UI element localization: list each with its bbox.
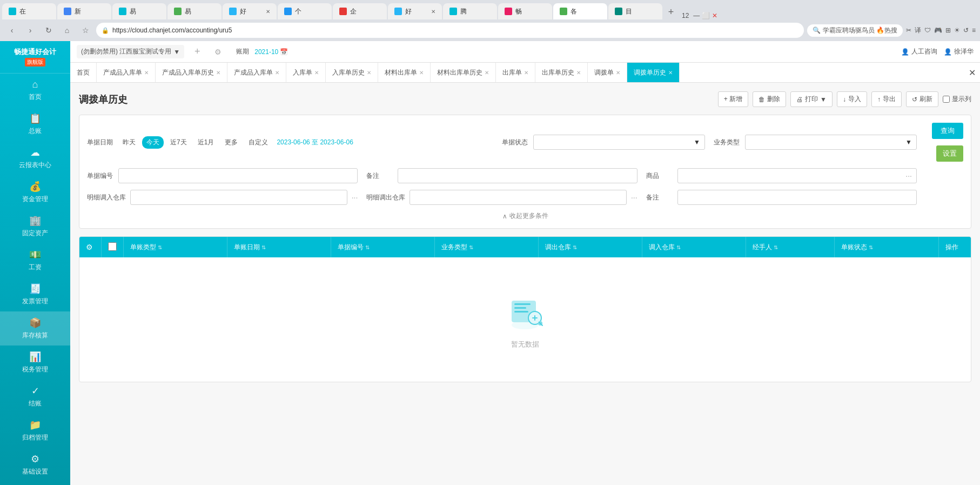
- page-tab-finished-goods-hist[interactable]: 产成品入库单历史 ✕: [156, 63, 227, 82]
- sidebar-item-inventory[interactable]: 📦 库存核算: [0, 311, 70, 346]
- date-btn-more[interactable]: 更多: [220, 136, 242, 149]
- th-status-sort[interactable]: 单账状态 ⇅: [841, 243, 931, 252]
- translate-icon[interactable]: 译: [915, 26, 921, 35]
- page-tab-material-out[interactable]: 材料出库单 ✕: [378, 63, 431, 82]
- filter-remark-input[interactable]: [398, 168, 637, 183]
- page-tab-close-issue[interactable]: ✕: [524, 70, 528, 76]
- th-handler-sort[interactable]: 经手人 ⇅: [753, 243, 828, 252]
- period-value[interactable]: 2021-10 📅: [254, 48, 288, 56]
- detail-in-dots-icon[interactable]: ···: [352, 193, 358, 202]
- company-settings-icon[interactable]: ⚙: [210, 44, 225, 59]
- th-type-sort[interactable]: 单账类型 ⇅: [130, 243, 220, 252]
- page-tab-close-receipt[interactable]: ✕: [314, 70, 319, 76]
- page-tab-close-transfer[interactable]: ✕: [616, 70, 620, 76]
- page-tab-close-receipt-hist[interactable]: ✕: [367, 70, 371, 76]
- page-tab-material-out-hist[interactable]: 材料出库单历史 ✕: [431, 63, 496, 82]
- page-tab-close-issue-hist[interactable]: ✕: [576, 70, 581, 76]
- user-profile-button[interactable]: 👤 徐泽华: [944, 47, 974, 56]
- browser-tab-11[interactable]: 目: [608, 3, 662, 19]
- tab-close-4[interactable]: ✕: [266, 9, 270, 15]
- extension2-icon[interactable]: 🎮: [934, 26, 942, 34]
- page-tab-close-finished-goods[interactable]: ✕: [144, 70, 149, 76]
- new-button[interactable]: + 新增: [718, 91, 748, 107]
- export-button[interactable]: ↑ 导出: [871, 91, 902, 107]
- page-tab-close-finished-goods-hist[interactable]: ✕: [216, 70, 220, 76]
- page-tab-close-material-out-hist[interactable]: ✕: [485, 70, 489, 76]
- th-biztype-sort[interactable]: 业务类型 ⇅: [441, 243, 532, 252]
- filter-settings-button[interactable]: 设置: [936, 145, 963, 162]
- browser-tab-3[interactable]: 易: [167, 3, 221, 19]
- page-tab-issue-hist[interactable]: 出库单历史 ✕: [535, 63, 588, 82]
- display-columns-checkbox[interactable]: [943, 96, 950, 103]
- page-tab-close-transfer-hist[interactable]: ✕: [668, 70, 673, 76]
- browser-tab-0[interactable]: 在: [2, 3, 56, 19]
- sidebar-item-guide[interactable]: 📖 新手引导: [0, 482, 70, 485]
- home-button[interactable]: ⌂: [59, 23, 75, 38]
- sidebar-item-settings[interactable]: ⚙ 基础设置: [0, 448, 70, 482]
- browser-tab-7[interactable]: 好 ✕: [388, 3, 442, 19]
- refresh-button[interactable]: ↺ 刷新: [906, 91, 938, 107]
- browser-tab-4[interactable]: 好 ✕: [223, 3, 277, 19]
- back-button[interactable]: ‹: [4, 23, 19, 38]
- filter-note-input[interactable]: [677, 190, 917, 205]
- browser-tab-8[interactable]: 腾: [443, 3, 497, 19]
- sidebar-item-invoice[interactable]: 🧾 发票管理: [0, 277, 70, 311]
- undo-icon[interactable]: ↺: [963, 26, 969, 34]
- sidebar-item-payroll[interactable]: 💵 工资: [0, 243, 70, 277]
- sidebar-item-assets[interactable]: 🏢 固定资产: [0, 209, 70, 243]
- browser-tab-6[interactable]: 企: [333, 3, 387, 19]
- th-in-sort[interactable]: 调入仓库 ⇅: [649, 243, 739, 252]
- user-service-button[interactable]: 👤 人工咨询: [901, 47, 937, 56]
- select-all-checkbox[interactable]: [108, 242, 117, 251]
- date-btn-yesterday[interactable]: 昨天: [118, 136, 140, 149]
- query-button[interactable]: 查询: [932, 123, 963, 139]
- menu-icon[interactable]: ≡: [972, 26, 976, 34]
- page-tab-finished-goods2[interactable]: 产成品入库单 ✕: [227, 63, 286, 82]
- sidebar-item-tax[interactable]: 📊 税务管理: [0, 346, 70, 380]
- page-tab-transfer-hist[interactable]: 调拨单历史 ✕: [627, 63, 680, 82]
- bookmark-button[interactable]: ☆: [78, 23, 93, 38]
- browser-tab-9[interactable]: 畅: [498, 3, 552, 19]
- date-btn-1month[interactable]: 近1月: [193, 136, 219, 149]
- date-btn-7days[interactable]: 近7天: [166, 136, 191, 149]
- add-company-button[interactable]: +: [190, 44, 205, 59]
- th-date-sort[interactable]: 单账日期 ⇅: [234, 243, 324, 252]
- browser-tab-5[interactable]: 个: [278, 3, 332, 19]
- address-bar[interactable]: 🔒 https://cloud.chanjet.com/accounting/u…: [96, 23, 804, 38]
- page-tab-close-finished-goods2[interactable]: ✕: [275, 70, 279, 76]
- reload-button[interactable]: ↻: [41, 23, 56, 38]
- browser-tab-2[interactable]: 易: [112, 3, 166, 19]
- sidebar-item-funds[interactable]: 💰 资金管理: [0, 175, 70, 209]
- sidebar-item-home[interactable]: ⌂ 首页: [0, 74, 70, 107]
- filter-detail-in-input[interactable]: [130, 190, 347, 205]
- import-button[interactable]: ↓ 导入: [837, 91, 867, 107]
- page-tab-finished-goods[interactable]: 产成品入库单 ✕: [97, 63, 156, 82]
- delete-button[interactable]: 🗑 删除: [753, 91, 786, 107]
- search-box[interactable]: 🔍 学霸应聘场驱鸟员 🔥热搜: [807, 24, 903, 37]
- sidebar-item-archive[interactable]: 📁 归档管理: [0, 414, 70, 448]
- filter-goods-select[interactable]: ···: [677, 168, 917, 183]
- filter-docnum-input[interactable]: [118, 168, 358, 183]
- detail-out-dots-icon[interactable]: ···: [631, 193, 637, 202]
- date-btn-today[interactable]: 今天: [142, 136, 164, 149]
- sidebar-item-closing[interactable]: ✓ 结账: [0, 380, 70, 414]
- new-tab-button[interactable]: +: [663, 4, 679, 19]
- page-tab-close-material-out[interactable]: ✕: [419, 70, 424, 76]
- company-selector[interactable]: (勿删勿禁用) 江西服宝测试专用 ▼: [77, 45, 184, 58]
- print-button[interactable]: 🖨 打印 ▼: [790, 91, 833, 107]
- goods-dots-icon[interactable]: ···: [905, 171, 912, 180]
- date-btn-custom[interactable]: 自定义: [244, 136, 272, 149]
- th-out-sort[interactable]: 调出仓库 ⇅: [545, 243, 635, 252]
- th-number-sort[interactable]: 单据编号 ⇅: [338, 243, 428, 252]
- forward-button[interactable]: ›: [23, 23, 38, 38]
- sidebar-item-reports[interactable]: ☁ 云报表中心: [0, 141, 70, 175]
- filter-biztype-select[interactable]: ▼: [745, 135, 917, 150]
- extension1-icon[interactable]: 🛡: [924, 26, 931, 34]
- page-tab-receipt-hist[interactable]: 入库单历史 ✕: [326, 63, 378, 82]
- page-tab-issue[interactable]: 出库单 ✕: [496, 63, 535, 82]
- browser-tab-1[interactable]: 新: [57, 3, 111, 19]
- page-tab-receipt[interactable]: 入库单 ✕: [286, 63, 326, 82]
- page-tab-transfer[interactable]: 调拨单 ✕: [588, 63, 627, 82]
- table-gear-icon[interactable]: ⚙: [86, 243, 93, 251]
- scissors-icon[interactable]: ✂: [906, 26, 911, 34]
